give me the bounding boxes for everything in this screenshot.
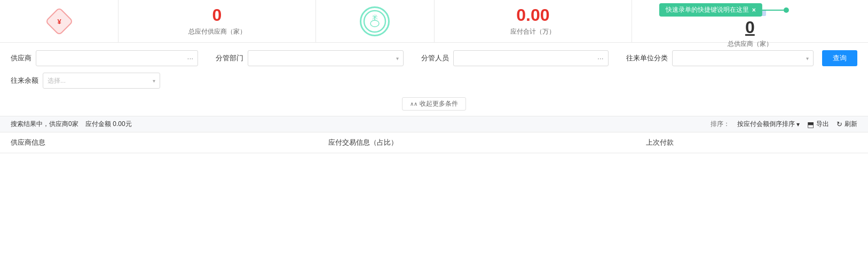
- stat-total-suppliers: 快速录单的快捷键说明在这里 × 0 总供应商（家）: [632, 0, 868, 42]
- balance-dropdown[interactable]: 选择... ▾: [43, 73, 160, 89]
- person-input[interactable]: ···: [453, 50, 609, 66]
- tooltip-connector-dot: [784, 7, 789, 13]
- filter-row-2: 往来余额 选择... ▾: [11, 73, 857, 89]
- money-bag-icon: 米: [360, 6, 390, 36]
- export-label: 导出: [816, 120, 829, 129]
- balance-placeholder: 选择...: [48, 76, 66, 85]
- svg-point-4: [370, 20, 379, 27]
- divider-2: [412, 50, 413, 66]
- dept-dropdown[interactable]: ▾: [248, 50, 403, 66]
- balance-chevron-icon: ▾: [153, 78, 155, 84]
- payable-suppliers-count: 0: [212, 6, 222, 25]
- table-header: 供应商信息 应付交易信息（占比） 上次付款: [0, 132, 868, 153]
- sort-label: 排序：: [711, 120, 730, 129]
- col-header-transaction-info: 应付交易信息（占比）: [328, 138, 646, 147]
- collapse-row: ∧∧ 收起更多条件: [11, 95, 857, 116]
- person-label: 分管人员: [421, 53, 449, 63]
- tooltip-connector-line: [762, 10, 784, 11]
- payable-total-count: 0.00: [516, 6, 549, 25]
- result-bar: 搜索结果中，供应商0家 应付金额 0.00元 排序： 按应付会额倒序排序 ▾ ⬒…: [0, 116, 868, 132]
- supplier-input[interactable]: ···: [36, 50, 198, 66]
- collapse-up-icon: ∧∧: [410, 101, 417, 107]
- payable-suppliers-label: 总应付供应商（家）: [188, 27, 246, 36]
- filter-row-1: 供应商 ··· 分管部门 ▾ 分管人员 ···: [11, 50, 857, 66]
- sort-value: 按应付会额倒序排序: [737, 120, 795, 129]
- result-amount-text: 应付金额 0.00元: [85, 120, 132, 128]
- unit-category-filter: 往来单位分类 ▾: [626, 50, 814, 66]
- payable-total-label: 应付合计（万）: [510, 27, 555, 36]
- table-body: [0, 153, 868, 275]
- divider-3: [617, 50, 618, 66]
- result-info-text: 搜索结果中，供应商0家: [11, 120, 78, 128]
- tooltip-text: 快速录单的快捷键说明在这里: [666, 5, 749, 14]
- col-header-last-payment: 上次付款: [646, 138, 858, 147]
- supplier-label: 供应商: [11, 53, 31, 63]
- stat-icon-money: 米: [316, 0, 435, 42]
- result-info: 搜索结果中，供应商0家 应付金额 0.00元: [11, 120, 132, 129]
- export-button[interactable]: ⬒ 导出: [807, 120, 829, 129]
- diamond-icon: ¥: [45, 7, 73, 35]
- balance-label: 往来余额: [11, 76, 38, 85]
- stat-icon-diamond: ¥: [0, 0, 119, 42]
- supplier-dots[interactable]: ···: [187, 54, 194, 62]
- unit-category-chevron-icon: ▾: [806, 56, 809, 61]
- result-actions: 排序： 按应付会额倒序排序 ▾ ⬒ 导出 ↻ 刷新: [711, 120, 857, 129]
- dept-chevron-icon: ▾: [396, 56, 399, 61]
- person-dots[interactable]: ···: [597, 54, 604, 62]
- tooltip-content: 快速录单的快捷键说明在这里 ×: [659, 3, 762, 17]
- unit-category-label: 往来单位分类: [626, 53, 668, 63]
- dept-filter: 分管部门 ▾: [216, 50, 403, 66]
- refresh-label: 刷新: [845, 120, 857, 129]
- shortcut-tooltip: 快速录单的快捷键说明在这里 ×: [659, 3, 789, 17]
- query-button[interactable]: 查询: [822, 50, 857, 66]
- export-icon: ⬒: [807, 120, 814, 129]
- divider-1: [207, 50, 207, 66]
- svg-text:¥: ¥: [57, 18, 61, 26]
- supplier-filter: 供应商 ···: [11, 50, 198, 66]
- stat-payable-suppliers: 0 总应付供应商（家）: [119, 0, 316, 42]
- unit-category-dropdown[interactable]: ▾: [672, 50, 814, 66]
- person-filter: 分管人员 ···: [421, 50, 609, 66]
- refresh-button[interactable]: ↻ 刷新: [837, 120, 857, 129]
- sort-select[interactable]: 按应付会额倒序排序 ▾: [737, 120, 800, 129]
- col-header-supplier-info: 供应商信息: [11, 138, 328, 147]
- filter-bar: 供应商 ··· 分管部门 ▾ 分管人员 ···: [0, 43, 868, 116]
- balance-filter: 往来余额 选择... ▾: [11, 73, 160, 89]
- stat-payable-total: 0.00 应付合计（万）: [435, 0, 632, 42]
- total-suppliers-count: 0: [745, 18, 755, 37]
- collapse-label: 收起更多条件: [420, 99, 458, 108]
- dept-label: 分管部门: [216, 53, 243, 63]
- sort-chevron-icon: ▾: [796, 121, 800, 128]
- refresh-icon: ↻: [837, 120, 842, 128]
- tooltip-close[interactable]: ×: [752, 6, 756, 14]
- collapse-button[interactable]: ∧∧ 收起更多条件: [402, 97, 466, 111]
- total-suppliers-label: 总供应商（家）: [728, 40, 772, 49]
- query-btn-wrapper: 查询: [822, 50, 857, 66]
- stats-bar: ¥ 0 总应付供应商（家） 米 0.00 应付合计（万） 快速录单的快捷键说明在…: [0, 0, 868, 43]
